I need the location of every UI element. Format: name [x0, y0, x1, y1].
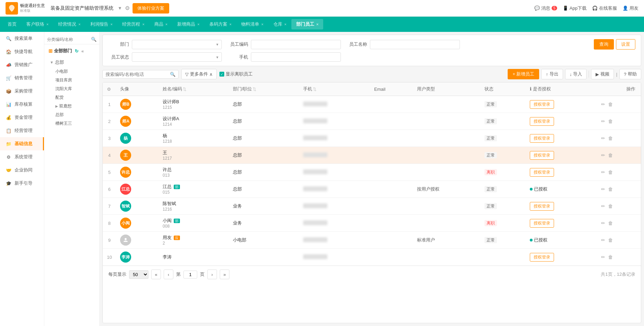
tab-bom[interactable]: 物料清单 × [236, 19, 268, 29]
more-filter-btn[interactable]: ▽ 更多条件 ∧ [181, 69, 217, 79]
next-page-btn[interactable]: › [207, 270, 217, 279]
tab-journey[interactable]: 经营历程 × [117, 19, 149, 29]
delete-icon[interactable]: 🗑 [608, 186, 613, 192]
dept-node-xiaodian[interactable]: 小电部 [53, 67, 99, 76]
page-number-input[interactable] [183, 271, 197, 279]
delete-icon[interactable]: 🗑 [608, 220, 613, 226]
sidebar-item-search[interactable]: 🔍 搜索菜单 [0, 32, 44, 45]
search-input[interactable] [106, 72, 169, 77]
add-employee-button[interactable]: + 新增员工 [508, 69, 539, 79]
sidebar-item-management[interactable]: 📋 经营管理 [0, 124, 44, 137]
delete-icon[interactable]: 🗑 [608, 118, 613, 124]
settings-icon[interactable]: ⚙ [107, 87, 111, 92]
cell-user-type [413, 198, 480, 215]
dept-panel: 🔍 ⊞ 全部部门 ↻ « ▼ 总部 小电部 项目库房 沈阳大库 配货 [44, 32, 100, 326]
tab-goods[interactable]: 商品 × [149, 19, 172, 29]
dept-node-general[interactable]: ▼ 总部 [44, 58, 99, 67]
user-avatar[interactable]: 👤 用友 [623, 5, 638, 11]
dept-collapse-icon[interactable]: « [81, 49, 84, 54]
last-page-btn[interactable]: » [220, 270, 229, 279]
dept-node-project[interactable]: 项目库房 [53, 76, 99, 85]
query-button[interactable]: 查询 [594, 39, 614, 50]
edit-icon[interactable]: ✏ [601, 118, 605, 124]
dept-refresh-icon[interactable]: ↻ [75, 49, 79, 54]
dept-node-shuanglu[interactable]: ▶ 双鹿想 [53, 102, 99, 111]
first-page-btn[interactable]: « [151, 270, 161, 279]
gear-icon[interactable]: ⚙ [125, 5, 130, 11]
prev-page-btn[interactable]: ‹ [164, 270, 173, 279]
tab-warehouse[interactable]: 仓库 × [269, 19, 291, 29]
sort-phone-icon[interactable]: ⇅ [313, 87, 317, 92]
help-button[interactable]: ? 帮助 [619, 69, 641, 79]
auth-button[interactable]: 授权登录 [530, 202, 554, 211]
trial-button[interactable]: 体验行业方案 [133, 3, 169, 14]
filter-dept-select[interactable] [132, 40, 222, 49]
set-button[interactable]: 设置 [616, 39, 635, 50]
filter-emp-code-input[interactable] [251, 40, 341, 49]
tab-addgoods[interactable]: 新增商品 × [172, 19, 204, 29]
auth-button[interactable]: 授权登录 [530, 151, 554, 160]
filter-phone-input[interactable] [251, 52, 341, 62]
tab-employee[interactable]: 部门员工 × [291, 19, 323, 29]
filter-emp-name-input[interactable] [370, 40, 460, 49]
edit-icon[interactable]: ✏ [601, 186, 605, 192]
sort-dept-icon[interactable]: ⇅ [253, 87, 256, 92]
tab-profit[interactable]: 利润报告 × [85, 19, 117, 29]
cell-auth: 授权登录 [526, 215, 597, 232]
edit-icon[interactable]: ✏ [601, 203, 605, 209]
sidebar-item-system[interactable]: ⚙ 系统管理 [0, 150, 44, 164]
auth-button[interactable]: 授权登录 [530, 100, 554, 109]
show-resigned-toggle[interactable]: ✓ 显示离职员工 [219, 71, 253, 77]
import-button[interactable]: ↓ 导入 [565, 69, 587, 79]
video-button[interactable]: ▶ 视频 [591, 69, 614, 79]
dept-node-caoshu[interactable]: 槽树王三 [53, 119, 99, 128]
auth-button[interactable]: 授权登录 [530, 219, 554, 228]
edit-icon[interactable]: ✏ [601, 254, 605, 260]
delete-icon[interactable]: 🗑 [608, 102, 613, 107]
dept-node-shenyang[interactable]: 沈阳大库 [53, 85, 99, 93]
delete-icon[interactable]: 🗑 [608, 254, 613, 260]
tab-home[interactable]: 首页 [3, 19, 21, 29]
sidebar-item-nav[interactable]: 🏠 快捷导航 [0, 45, 44, 58]
sidebar-item-guide[interactable]: 🎓 新手引导 [0, 177, 44, 190]
delete-icon[interactable]: 🗑 [608, 135, 613, 141]
sidebar-item-finance[interactable]: 💰 资金管理 [0, 111, 44, 124]
message-btn[interactable]: 💬 消息 5 [534, 5, 557, 11]
export-button[interactable]: ↑ 导出 [541, 69, 563, 79]
filter-status-select[interactable] [132, 52, 222, 62]
edit-icon[interactable]: ✏ [601, 135, 605, 141]
cell-name: 用友 应2 [158, 232, 229, 249]
delete-icon[interactable]: 🗑 [608, 152, 613, 158]
sidebar-item-collab[interactable]: 🤝 企业协同 [0, 164, 44, 177]
sidebar-item-purchase[interactable]: 📦 采购管理 [0, 85, 44, 98]
sort-name-icon[interactable]: ⇅ [183, 87, 187, 92]
dept-search-input[interactable] [47, 37, 90, 42]
auth-button[interactable]: 授权登录 [530, 253, 554, 262]
tab-customer[interactable]: 客户联络 × [21, 19, 53, 29]
online-service-btn[interactable]: 🎧 在线客服 [592, 5, 617, 11]
tab-barcode[interactable]: 条码方案 × [205, 19, 236, 29]
delete-icon[interactable]: 🗑 [608, 203, 613, 209]
cell-action: ✏ 🗑 [597, 249, 641, 266]
auth-button[interactable]: 授权登录 [530, 168, 554, 177]
dept-node-zongbu[interactable]: 总部 [53, 111, 99, 119]
edit-icon[interactable]: ✏ [601, 237, 605, 243]
sidebar-item-info[interactable]: 📁 基础信息 [0, 137, 44, 150]
page-size-select[interactable]: 50 100 [129, 270, 148, 279]
dept-node-peihuo[interactable]: 配货 [53, 93, 99, 102]
auth-button[interactable]: 授权登录 [530, 134, 554, 143]
edit-icon[interactable]: ✏ [601, 169, 605, 175]
edit-icon[interactable]: ✏ [601, 152, 605, 158]
sidebar-item-sales[interactable]: 🛒 销售管理 [0, 71, 44, 85]
delete-icon[interactable]: 🗑 [608, 169, 613, 175]
cell-auth: 已授权 [526, 181, 597, 198]
edit-icon[interactable]: ✏ [601, 220, 605, 226]
edit-icon[interactable]: ✏ [601, 102, 605, 107]
auth-button[interactable]: 授权登录 [530, 117, 554, 126]
sidebar-item-marketing[interactable]: 📣 营销推广 [0, 58, 44, 71]
app-download-btn[interactable]: 📱 App下载 [563, 5, 587, 11]
tab-operation[interactable]: 经营情况 × [53, 19, 85, 29]
delete-icon[interactable]: 🗑 [608, 237, 613, 243]
sidebar-item-inventory[interactable]: 📊 库存核算 [0, 98, 44, 111]
system-dropdown-arrow[interactable]: ▼ [118, 6, 122, 11]
